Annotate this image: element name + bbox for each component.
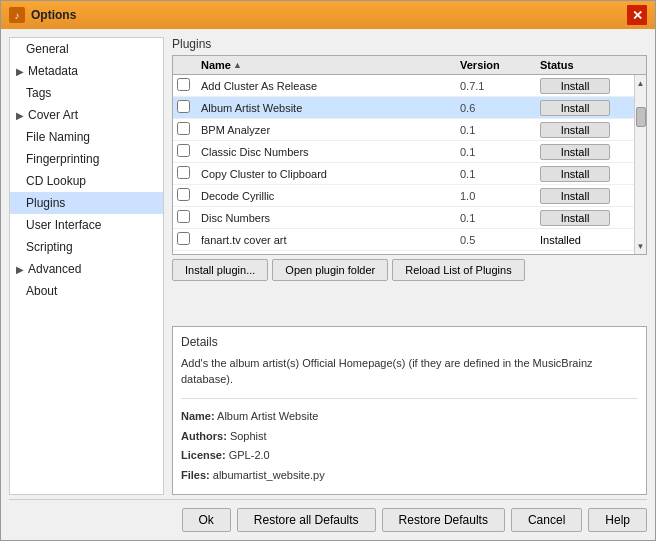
plugin-status-cell: Install bbox=[540, 210, 630, 226]
details-name-value: Album Artist Website bbox=[217, 410, 318, 422]
header-status: Status bbox=[540, 59, 630, 71]
plugin-name: fanart.tv cover art bbox=[201, 234, 460, 246]
scroll-thumb[interactable] bbox=[636, 107, 646, 127]
sidebar-item-file-naming[interactable]: File Naming bbox=[10, 126, 163, 148]
install-button[interactable]: Install bbox=[540, 122, 610, 138]
sidebar-item-metadata[interactable]: ▶Metadata bbox=[10, 60, 163, 82]
sidebar-item-plugins[interactable]: Plugins bbox=[10, 192, 163, 214]
footer: Ok Restore all Defaults Restore Defaults… bbox=[9, 499, 647, 532]
open-folder-button[interactable]: Open plugin folder bbox=[272, 259, 388, 281]
scroll-up-arrow[interactable]: ▲ bbox=[635, 75, 646, 91]
header-checkbox-col bbox=[177, 59, 201, 71]
plugin-checkbox-cell bbox=[177, 144, 201, 160]
sidebar-item-tags[interactable]: Tags bbox=[10, 82, 163, 104]
plugin-checkbox[interactable] bbox=[177, 122, 190, 135]
sidebar-item-label: Tags bbox=[26, 86, 51, 100]
sidebar: General▶MetadataTags▶Cover ArtFile Namin… bbox=[9, 37, 164, 495]
help-button[interactable]: Help bbox=[588, 508, 647, 532]
table-row[interactable]: BPM Analyzer0.1Install bbox=[173, 119, 634, 141]
table-row[interactable]: Classic Disc Numbers0.1Install bbox=[173, 141, 634, 163]
chevron-icon: ▶ bbox=[16, 110, 24, 121]
plugin-checkbox[interactable] bbox=[177, 144, 190, 157]
table-row[interactable]: fanart.tv cover art0.5Installed bbox=[173, 229, 634, 251]
plugin-status-cell: Installed bbox=[540, 234, 630, 246]
options-window: ♪ Options ✕ General▶MetadataTags▶Cover A… bbox=[0, 0, 656, 541]
table-row[interactable]: Disc Numbers0.1Install bbox=[173, 207, 634, 229]
plugin-version: 0.1 bbox=[460, 146, 540, 158]
install-button[interactable]: Install bbox=[540, 166, 610, 182]
sidebar-item-fingerprinting[interactable]: Fingerprinting bbox=[10, 148, 163, 170]
plugin-checkbox[interactable] bbox=[177, 232, 190, 245]
sidebar-item-cd-lookup[interactable]: CD Lookup bbox=[10, 170, 163, 192]
sidebar-item-about[interactable]: About bbox=[10, 280, 163, 302]
details-files-label: Files: bbox=[181, 469, 210, 481]
plugin-checkbox-cell bbox=[177, 122, 201, 138]
details-files-row: Files: albumartist_website.py bbox=[181, 466, 638, 486]
plugin-checkbox-cell bbox=[177, 188, 201, 204]
chevron-icon: ▶ bbox=[16, 66, 24, 77]
plugin-status-cell: Install bbox=[540, 122, 630, 138]
install-button[interactable]: Install bbox=[540, 100, 610, 116]
header-name: Name ▲ bbox=[201, 59, 460, 71]
details-section: Details Add's the album artist(s) Offici… bbox=[172, 326, 647, 495]
details-label: Details bbox=[181, 335, 638, 349]
sidebar-item-label: User Interface bbox=[26, 218, 101, 232]
sidebar-item-advanced[interactable]: ▶Advanced bbox=[10, 258, 163, 280]
plugin-checkbox[interactable] bbox=[177, 166, 190, 179]
scroll-down-arrow[interactable]: ▼ bbox=[635, 238, 646, 254]
sidebar-item-label: General bbox=[26, 42, 69, 56]
ok-button[interactable]: Ok bbox=[182, 508, 231, 532]
table-row[interactable]: Add Cluster As Release0.7.1Install bbox=[173, 75, 634, 97]
details-meta: Name: Album Artist Website Authors: Soph… bbox=[181, 407, 638, 486]
plugin-checkbox[interactable] bbox=[177, 188, 190, 201]
sidebar-item-user-interface[interactable]: User Interface bbox=[10, 214, 163, 236]
plugin-checkbox-cell bbox=[177, 166, 201, 182]
details-authors-row: Authors: Sophist bbox=[181, 427, 638, 447]
table-row[interactable]: Album Artist Website0.6Install bbox=[173, 97, 634, 119]
sidebar-item-label: Fingerprinting bbox=[26, 152, 99, 166]
plugin-name: Classic Disc Numbers bbox=[201, 146, 460, 158]
details-divider bbox=[181, 398, 638, 399]
cancel-button[interactable]: Cancel bbox=[511, 508, 582, 532]
plugin-name: Album Artist Website bbox=[201, 102, 460, 114]
sidebar-item-label: Advanced bbox=[28, 262, 81, 276]
details-license-label: License: bbox=[181, 449, 226, 461]
details-name-row: Name: Album Artist Website bbox=[181, 407, 638, 427]
table-row[interactable]: Decode Cyrillic1.0Install bbox=[173, 185, 634, 207]
plugins-table: Name ▲ Version Status Add Cluster As Rel… bbox=[172, 55, 647, 255]
close-button[interactable]: ✕ bbox=[627, 5, 647, 25]
restore-defaults-button[interactable]: Restore Defaults bbox=[382, 508, 505, 532]
details-authors-value: Sophist bbox=[230, 430, 267, 442]
app-icon: ♪ bbox=[9, 7, 25, 23]
details-description: Add's the album artist(s) Official Homep… bbox=[181, 355, 638, 388]
plugins-section: Plugins Name ▲ Version Status bbox=[172, 37, 647, 318]
sidebar-item-general[interactable]: General bbox=[10, 38, 163, 60]
plugin-version: 0.7.1 bbox=[460, 80, 540, 92]
main-content: General▶MetadataTags▶Cover ArtFile Namin… bbox=[9, 37, 647, 495]
plugin-version: 0.1 bbox=[460, 168, 540, 180]
plugin-name: BPM Analyzer bbox=[201, 124, 460, 136]
restore-all-button[interactable]: Restore all Defaults bbox=[237, 508, 376, 532]
plugin-checkbox[interactable] bbox=[177, 100, 190, 113]
plugin-version: 0.5 bbox=[460, 234, 540, 246]
install-button[interactable]: Install bbox=[540, 144, 610, 160]
plugin-checkbox[interactable] bbox=[177, 78, 190, 91]
plugin-checkbox-cell bbox=[177, 100, 201, 116]
sidebar-item-cover-art[interactable]: ▶Cover Art bbox=[10, 104, 163, 126]
plugins-section-label: Plugins bbox=[172, 37, 647, 51]
vertical-scrollbar[interactable]: ▲ ▼ bbox=[634, 75, 646, 254]
sidebar-item-label: File Naming bbox=[26, 130, 90, 144]
sidebar-item-label: Metadata bbox=[28, 64, 78, 78]
sidebar-item-label: Plugins bbox=[26, 196, 65, 210]
details-license-value: GPL-2.0 bbox=[229, 449, 270, 461]
table-row[interactable]: Copy Cluster to Clipboard0.1Install bbox=[173, 163, 634, 185]
sidebar-item-scripting[interactable]: Scripting bbox=[10, 236, 163, 258]
plugin-checkbox-cell bbox=[177, 78, 201, 94]
reload-list-button[interactable]: Reload List of Plugins bbox=[392, 259, 524, 281]
plugin-version: 0.6 bbox=[460, 102, 540, 114]
install-button[interactable]: Install bbox=[540, 210, 610, 226]
install-button[interactable]: Install bbox=[540, 78, 610, 94]
install-plugin-button[interactable]: Install plugin... bbox=[172, 259, 268, 281]
plugin-checkbox[interactable] bbox=[177, 210, 190, 223]
install-button[interactable]: Install bbox=[540, 188, 610, 204]
